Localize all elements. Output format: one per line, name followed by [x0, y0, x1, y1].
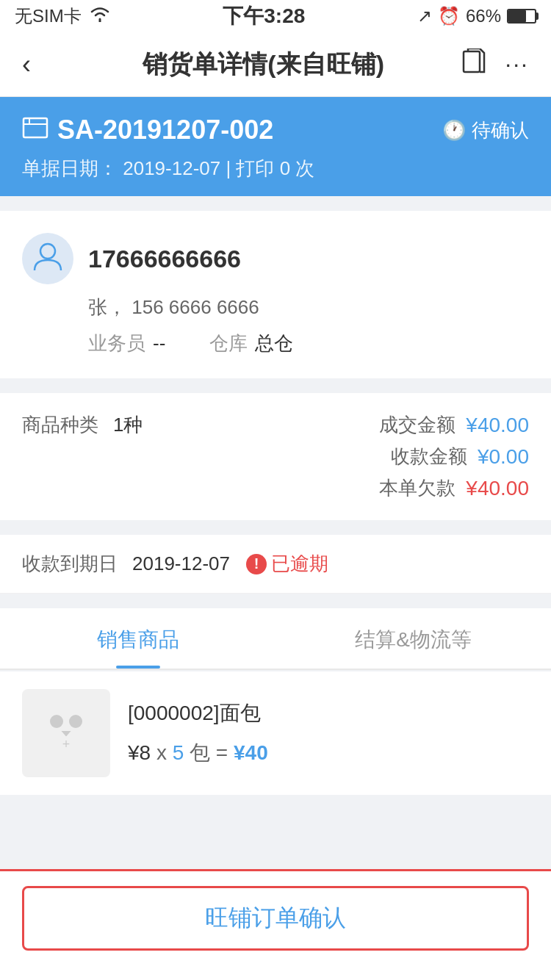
status-time: 下午3:28	[223, 2, 305, 30]
svg-rect-0	[464, 51, 480, 72]
wifi-icon	[89, 6, 111, 26]
bottom-bar: 旺铺订单确认	[0, 869, 551, 980]
customer-detail: 张， 156 6666 6666	[22, 295, 529, 320]
more-button[interactable]: ···	[505, 51, 529, 78]
battery-percent: 66%	[466, 6, 501, 26]
order-status: 🕐 待确认	[442, 118, 529, 143]
user-icon	[32, 239, 64, 278]
svg-point-4	[40, 244, 55, 259]
customer-meta: 业务员 -- 仓库 总仓	[22, 331, 529, 356]
svg-rect-1	[24, 118, 47, 137]
customer-phone: 17666666666	[88, 245, 241, 273]
product-card: + [0000002]面包 ¥8 x 5 包 = ¥40	[0, 671, 551, 795]
order-id: SA-20191207-002	[22, 115, 273, 145]
order-stats-card: 商品种类 1种 成交金额 ¥40.00 收款金额 ¥0.00 本单欠款 ¥40.…	[0, 393, 551, 520]
owl-eye-right	[69, 715, 82, 728]
avatar	[22, 233, 73, 284]
order-header-card: SA-20191207-002 🕐 待确认 单据日期： 2019-12-07 |…	[0, 97, 551, 196]
confirm-order-button[interactable]: 旺铺订单确认	[22, 886, 529, 951]
status-left: 无SIM卡	[15, 4, 111, 28]
product-name: [0000002]面包	[128, 699, 529, 727]
owl-plus: +	[62, 737, 71, 752]
status-clock-icon: 🕐	[442, 119, 466, 142]
battery-icon	[507, 9, 536, 24]
tab-settlement[interactable]: 结算&物流等	[276, 608, 551, 669]
owl-beak	[61, 731, 71, 737]
stats-right: 成交金额 ¥40.00 收款金额 ¥0.00 本单欠款 ¥40.00	[379, 412, 529, 501]
status-right: ↗ ⏰ 66%	[417, 6, 536, 26]
status-bar: 无SIM卡 下午3:28 ↗ ⏰ 66%	[0, 0, 551, 32]
product-logo: +	[50, 715, 82, 752]
owl-eyes	[50, 715, 82, 728]
tabs-bar: 销售商品 结算&物流等	[0, 608, 551, 670]
alarm-icon: ⏰	[438, 6, 460, 26]
warehouse-item: 仓库 总仓	[209, 331, 293, 356]
order-id-row: SA-20191207-002 🕐 待确认	[22, 115, 529, 145]
product-info: [0000002]面包 ¥8 x 5 包 = ¥40	[128, 699, 529, 767]
customer-info-card: 17666666666 张， 156 6666 6666 业务员 -- 仓库 总…	[0, 211, 551, 378]
due-date-card: 收款到期日 2019-12-07 ! 已逾期	[0, 535, 551, 594]
order-id-icon	[22, 115, 48, 145]
overdue-icon: !	[246, 554, 267, 574]
page-title: 销货单详情(来自旺铺)	[66, 48, 461, 82]
carrier-text: 无SIM卡	[15, 4, 82, 28]
share-button[interactable]	[461, 48, 487, 81]
order-date: 单据日期： 2019-12-07 | 打印 0 次	[22, 156, 529, 181]
product-price-row: ¥8 x 5 包 = ¥40	[128, 739, 529, 767]
payment-line: 收款金额 ¥0.00	[391, 444, 529, 469]
back-button[interactable]: ‹	[22, 49, 66, 80]
owl-eye-left	[50, 715, 63, 728]
overdue-badge: ! 已逾期	[246, 551, 328, 577]
nav-actions: ···	[461, 48, 529, 81]
debt-line: 本单欠款 ¥40.00	[379, 475, 529, 501]
customer-row: 17666666666	[22, 233, 529, 284]
location-icon: ↗	[417, 6, 432, 26]
nav-bar: ‹ 销货单详情(来自旺铺) ···	[0, 32, 551, 97]
product-thumbnail: +	[22, 689, 110, 777]
sales-rep-item: 业务员 --	[88, 331, 165, 356]
amount-line: 成交金额 ¥40.00	[379, 412, 529, 438]
stats-left: 商品种类 1种	[22, 412, 379, 438]
tab-sales[interactable]: 销售商品	[0, 608, 276, 669]
